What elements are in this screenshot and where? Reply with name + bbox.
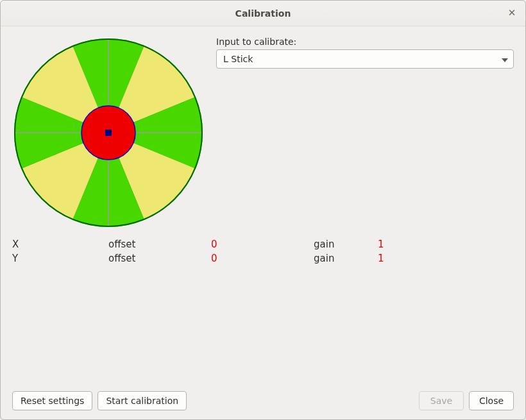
axis-y-label: Y <box>12 253 108 264</box>
button-bar: Reset settings Start calibration Save Cl… <box>12 389 514 413</box>
start-calibration-button[interactable]: Start calibration <box>98 391 187 410</box>
close-icon[interactable]: ✕ <box>505 6 519 20</box>
axis-x-label: X <box>12 239 108 250</box>
stick-position-marker <box>105 130 112 136</box>
stick-visualizer <box>12 37 205 231</box>
axis-y-gain-label: gain <box>314 253 378 264</box>
input-select-value: L Stick <box>223 54 253 64</box>
input-select-pane: Input to calibrate: L Stick <box>216 37 514 231</box>
titlebar: Calibration ✕ <box>1 1 525 26</box>
window-title: Calibration <box>235 8 291 19</box>
spacer <box>12 264 514 389</box>
button-spacer <box>192 391 414 410</box>
axis-x-offset-value: 0 <box>211 239 314 250</box>
axis-y-offset-label: offset <box>108 253 211 264</box>
reset-settings-button[interactable]: Reset settings <box>12 391 92 410</box>
content-area: Input to calibrate: L Stick X offset 0 g… <box>1 26 525 419</box>
axis-x-gain-label: gain <box>314 239 378 250</box>
calibration-window: Calibration ✕ <box>0 0 526 420</box>
input-select-combo[interactable]: L Stick <box>216 49 514 69</box>
save-button: Save <box>419 391 464 410</box>
stick-visualizer-svg <box>12 37 205 229</box>
upper-row: Input to calibrate: L Stick <box>12 37 514 231</box>
axis-x-offset-label: offset <box>108 239 211 250</box>
axis-y-gain-value: 1 <box>378 253 514 264</box>
input-select-label: Input to calibrate: <box>216 37 514 47</box>
axis-y-offset-value: 0 <box>211 253 314 264</box>
axis-values-grid: X offset 0 gain 1 Y offset 0 gain 1 <box>12 239 514 264</box>
chevron-down-icon <box>502 54 508 64</box>
axis-x-gain-value: 1 <box>378 239 514 250</box>
close-button[interactable]: Close <box>469 391 514 410</box>
